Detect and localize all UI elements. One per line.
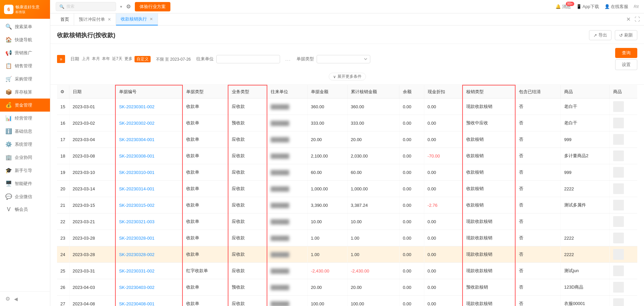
td-partner: ██████	[267, 181, 307, 197]
td-goods-img	[610, 131, 637, 148]
finance-icon: 💰	[5, 102, 12, 108]
bill-no-link[interactable]: SK-20230328-001	[119, 236, 155, 241]
bill-no-link[interactable]: SK-20230321-003	[119, 219, 155, 224]
refresh-label: 刷新	[624, 32, 633, 38]
bill-type-select[interactable]	[317, 55, 370, 63]
bill-no-link[interactable]: SK-20230304-001	[119, 137, 155, 142]
td-amount: 20.00	[307, 131, 347, 148]
td-verify-type: 现款收款核销	[463, 230, 515, 246]
sidebar-item-guide[interactable]: 🎓新手引导	[0, 164, 50, 177]
td-verify-type: 收款核销	[463, 131, 515, 148]
sidebar-item-corp[interactable]: 🏢企业协同	[0, 151, 50, 164]
export-label: 导出	[598, 32, 607, 38]
td-date: 2023-03-28	[69, 230, 115, 246]
td-date: 2023-03-14	[69, 181, 115, 197]
bill-no-link[interactable]: SK-20230308-001	[119, 154, 155, 159]
sidebar-item-quicknav[interactable]: 🏠快捷导航	[0, 33, 50, 46]
bill-no-link[interactable]: SK-20230331-002	[119, 268, 155, 273]
td-bill-type: 红字收款单	[182, 263, 228, 279]
td-verify-type: 现款收款核销	[463, 296, 515, 306]
td-partner: ██████	[267, 246, 307, 263]
tab-receivable-close-icon[interactable]: ✕	[108, 17, 111, 22]
quicknav-icon: 🏠	[5, 37, 12, 43]
filter-expand-button[interactable]: »	[57, 55, 65, 63]
td-partner: ██████	[267, 263, 307, 279]
td-cash-discount: 0.00	[424, 164, 463, 181]
sidebar-label-system: 系统管理	[15, 141, 32, 147]
expand-more-conditions[interactable]: ∨ 展开更多条件	[329, 73, 366, 80]
date-custom[interactable]: 自定义	[135, 56, 151, 62]
th-bill-no: 单据编号	[115, 85, 182, 99]
sidebar-item-hardware[interactable]: 🖥️智能硬件	[0, 177, 50, 190]
industry-btn[interactable]: 体验行业方案	[135, 2, 170, 11]
td-cash-discount: 0.00	[424, 115, 463, 131]
sidebar-item-system[interactable]: ⚙️系统管理	[0, 138, 50, 151]
th-gear[interactable]: ⚙	[57, 85, 69, 99]
date-this-month[interactable]: 本月	[92, 56, 100, 62]
sidebar-item-basic[interactable]: ℹ️基础信息	[0, 125, 50, 138]
sidebar-gear-icon[interactable]: ⚙	[5, 296, 10, 302]
topbar-search[interactable]: 🔍 搜索	[56, 2, 116, 11]
sidebar-item-sales[interactable]: 📋销售管理	[0, 59, 50, 72]
tab-fullscreen-icon[interactable]: ⛶	[633, 15, 641, 24]
td-include-settled: 否	[515, 164, 561, 181]
td-goods-img	[610, 279, 637, 296]
td-seq: 25	[57, 263, 69, 279]
guide-icon: 🎓	[5, 167, 12, 174]
bill-no-link[interactable]: SK-20230301-002	[119, 104, 155, 109]
bill-no-link[interactable]: SK-20230403-002	[119, 285, 155, 290]
online-service-link[interactable]: 👤 在线客服	[604, 4, 629, 10]
export-button[interactable]: ↗ 导出	[589, 30, 611, 40]
date-this-year[interactable]: 本年	[102, 56, 110, 62]
td-date: 2023-03-04	[69, 131, 115, 148]
td-seq: 19	[57, 164, 69, 181]
sidebar-item-search[interactable]: 🔍搜索菜单	[0, 20, 50, 33]
message-icon-group[interactable]: 🔔 消息 99+	[555, 4, 571, 10]
date-last-7days[interactable]: 近7天	[112, 56, 122, 62]
topbar-dropdown[interactable]: ▾	[120, 4, 122, 9]
gear-settings-icon[interactable]: ⚙	[60, 89, 64, 94]
td-balance: 0.00	[399, 148, 424, 164]
sidebar-collapse-icon[interactable]: ◀	[14, 296, 18, 302]
td-goods-img	[610, 164, 637, 181]
sidebar-item-inventory[interactable]: 📦库存核算	[0, 85, 50, 99]
tab-verify-close-icon[interactable]: ✕	[150, 17, 153, 21]
refresh-button[interactable]: ↺ 刷新	[615, 30, 637, 40]
td-balance: 0.00	[399, 230, 424, 246]
bill-no-link[interactable]: SK-20230408-001	[119, 301, 155, 306]
td-biz-type: 应收款	[228, 164, 267, 181]
td-biz-type: 应收款	[228, 148, 267, 164]
sidebar-item-marketing[interactable]: 📢营销推广	[0, 46, 50, 59]
bill-no-link[interactable]: SK-20230314-001	[119, 186, 155, 191]
sidebar-item-purchase[interactable]: 🛒采购管理	[0, 72, 50, 85]
tab-close-all-icon[interactable]: ✕	[625, 15, 632, 24]
bill-no-link[interactable]: SK-20230310-001	[119, 170, 155, 175]
sidebar-item-member[interactable]: V畅会员	[0, 203, 50, 216]
date-more[interactable]: 更多	[124, 56, 132, 62]
tab-receivable[interactable]: 预计冲应付单 ✕	[74, 13, 116, 25]
topbar-gear-icon[interactable]: ⚙	[126, 3, 131, 10]
bill-no-link[interactable]: SK-20230315-002	[119, 203, 155, 208]
sidebar-item-finance[interactable]: 💰资金管理	[0, 99, 50, 112]
sidebar-nav: 🔍搜索菜单🏠快捷导航📢营销推广📋销售管理🛒采购管理📦库存核算💰资金管理📊经营管理…	[0, 19, 50, 291]
query-button[interactable]: 查询	[615, 48, 637, 58]
date-filter-label: 日期	[70, 56, 79, 62]
tab-home[interactable]: 首页	[56, 13, 74, 25]
th-goods2: 商品	[610, 85, 637, 99]
filter-settings-button[interactable]: 设置	[615, 59, 637, 70]
bill-no-link[interactable]: SK-20230328-002	[119, 252, 155, 257]
td-partner: ██████	[267, 296, 307, 306]
marketing-icon: 📢	[5, 50, 12, 56]
filter-expand-row: ∨ 展开更多条件	[57, 73, 637, 80]
app-download-link[interactable]: 📱 App下载	[576, 4, 599, 10]
bill-no-link[interactable]: SK-20230302-002	[119, 121, 155, 126]
td-amount: 1.00	[307, 230, 347, 246]
tab-verify[interactable]: 收款核销执行 ✕	[116, 13, 158, 25]
sidebar-item-wechat[interactable]: 💬企业微信	[0, 190, 50, 203]
th-amount: 单据金额	[307, 85, 347, 99]
date-last-month[interactable]: 上月	[82, 56, 90, 62]
tab-verify-label: 收款核销执行	[121, 16, 147, 22]
partner-input[interactable]	[216, 55, 280, 63]
sidebar-item-operations[interactable]: 📊经营管理	[0, 112, 50, 125]
td-bill-no: SK-20230331-002	[115, 263, 182, 279]
